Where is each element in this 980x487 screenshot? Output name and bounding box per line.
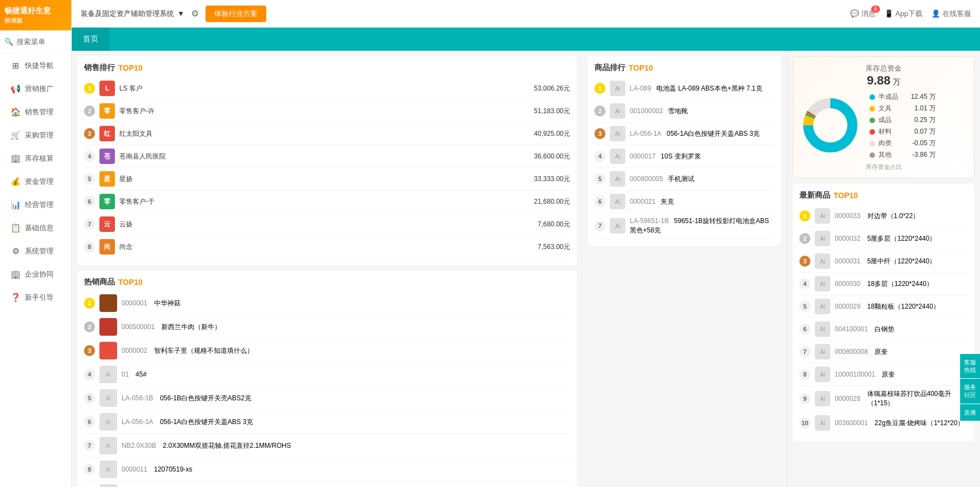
product-rank-item[interactable]: 5 Ai 000800005 手机测试	[594, 168, 774, 190]
sidebar-item-marketing[interactable]: 📢营销推广	[0, 77, 71, 100]
inventory-legend-item: 半成品 12.45 万	[870, 92, 936, 102]
rank-number: 3	[594, 128, 605, 139]
customer-value: 51,183.00元	[534, 107, 570, 116]
panel-left: 销售排行 TOP10 1 L LS 客户 53,006.26元 2 零 零售客户…	[72, 51, 582, 487]
hot-product-name: 2.0X30MM双搓花轴.搓花直径2.1MM/ROHS	[163, 441, 291, 451]
new-product-item[interactable]: 5 Ai 0000029 18颗粒板（1220*2440）	[799, 295, 968, 318]
message-button[interactable]: 💬 消息 6	[850, 9, 876, 19]
sidebar-item-cooperation[interactable]: 🏢企业协同	[0, 263, 71, 286]
customer-rank-item[interactable]: 8 尚 尚念 7,563.00元	[84, 236, 570, 258]
legend-dot	[870, 152, 875, 158]
legend-value: 0.07 万	[914, 127, 936, 136]
new-products-list: 1 Ai 0000033 对边带（1.0*22） 2 Ai 0000032 5厘…	[799, 205, 968, 435]
sidebar-item-sales[interactable]: 🏠销售管理	[0, 100, 71, 124]
inventory-total: 库存总资金 9.88 万	[800, 63, 967, 88]
product-rank-item[interactable]: 4 Ai 0000017 10S 变刹罗浆	[594, 145, 774, 168]
hot-product-item[interactable]: 9 Ai KK-SD22110H 花语萌侣温分腿睡袋（厚款）	[84, 481, 570, 487]
new-product-item[interactable]: 6 Ai 004100001 白钢垫	[799, 318, 968, 341]
new-product-code: 0000033	[835, 212, 861, 220]
donut-chart	[800, 95, 861, 157]
sidebar-item-finance[interactable]: 💰资金管理	[0, 170, 71, 193]
new-product-item[interactable]: 3 Ai 0000031 5厘中纤（1220*2440）	[799, 250, 968, 273]
rank-number: 1	[594, 83, 605, 94]
product-code: LA-056-1A	[630, 130, 661, 137]
new-product-code: 0000028	[835, 395, 861, 403]
new-product-name: 原奎	[874, 347, 888, 357]
hot-product-item[interactable]: 4 Ai 01 45#	[84, 363, 570, 387]
hot-product-item[interactable]: 6 Ai LA-056-1A 056-1A白色按键开关盖ABS 3克	[84, 410, 570, 434]
hot-product-item[interactable]: 2 000500001 新西兰牛肉（新牛）	[84, 315, 570, 339]
sidebar-item-purchase[interactable]: 🛒采购管理	[0, 124, 71, 147]
float-btn-customer-service[interactable]: 客服热线	[960, 354, 980, 379]
tab-home[interactable]: 首页	[72, 28, 109, 51]
hot-products-title: 热销商品 TOP10	[84, 277, 570, 287]
product-code: 0000017	[630, 152, 656, 160]
customer-rank-item[interactable]: 7 云 云扬 7,680.00元	[84, 213, 570, 236]
product-ranking-title: 商品排行 TOP10	[594, 63, 774, 73]
product-ranking-list: 1 Ai LA-089 电池盖 LA-089 ABS本色+黑种 7.1克 2 A…	[594, 77, 774, 239]
product-rank-item[interactable]: 3 Ai LA-056-1A 056-1A白色按键开关盖ABS 3克	[594, 123, 774, 145]
sidebar-item-operations[interactable]: 📊经营管理	[0, 193, 71, 216]
chevron-down-icon: ▼	[177, 9, 185, 18]
hot-product-item[interactable]: 3 0000002 智利车子里（规格不知道填什么）	[84, 339, 570, 363]
new-product-code: 0000032	[835, 235, 861, 242]
sidebar-item-basic-info[interactable]: 📋基础信息	[0, 216, 71, 240]
product-rank-item[interactable]: 1 Ai LA-089 电池盖 LA-089 ABS本色+黑种 7.1克	[594, 77, 774, 100]
inventory-title: 库存总资金	[866, 64, 902, 72]
hot-product-item[interactable]: 7 Ai NB2.0X30B 2.0X30MM双搓花轴.搓花直径2.1MM/RO…	[84, 434, 570, 458]
sidebar-item-inventory[interactable]: 🏢库存核算	[0, 147, 71, 170]
sidebar-item-guide[interactable]: ❓新手引导	[0, 286, 71, 309]
new-product-code: 000800008	[835, 348, 868, 356]
hot-product-name: 12070519-xs	[154, 465, 192, 473]
new-product-item[interactable]: 9 Ai 0000028 体辄嘉枝味苏打饮品400毫升（1*15）	[799, 386, 968, 412]
hot-product-item[interactable]: 8 Ai 0000011 12070519-xs	[84, 458, 570, 481]
search-menu-button[interactable]: 🔍 搜索菜单	[4, 35, 67, 49]
nav-label-finance: 资金管理	[25, 177, 54, 187]
sidebar-item-system[interactable]: ⚙系统管理	[0, 240, 71, 263]
customer-rank-item[interactable]: 4 苍 苍南县人民医院 36,600.00元	[84, 145, 570, 168]
new-product-item[interactable]: 2 Ai 0000032 5厘多层（1220*2440）	[799, 227, 968, 250]
rank-number: 2	[84, 321, 95, 332]
rank-number: 5	[84, 173, 95, 184]
topbar: 装备及固定资产辅助管理系统 ▼ ⚙ 体验行业方案 💬 消息 6 📱 App下载 …	[72, 0, 980, 28]
new-product-item[interactable]: 1 Ai 0000033 对边带（1.0*22）	[799, 205, 968, 227]
new-product-item[interactable]: 4 Ai 0000030 18多层（1220*2440）	[799, 273, 968, 295]
customer-rank-item[interactable]: 2 零 零售客户-许 51,183.00元	[84, 100, 570, 123]
product-rank-item[interactable]: 2 Ai 001000002 雪地靴	[594, 100, 774, 123]
nav-label-operations: 经营管理	[25, 200, 54, 210]
new-product-item[interactable]: 10 Ai 003800001 22g鱼豆腐·烧烤味（1*12*20）	[799, 412, 968, 435]
customer-value: 21,680.00元	[534, 197, 570, 207]
sidebar-item-quick-nav[interactable]: ⊞快捷导航	[0, 54, 71, 77]
customer-rank-item[interactable]: 5 星 星扬 33,333.00元	[84, 168, 570, 190]
product-rank-item[interactable]: 6 Ai 0000021 夹克	[594, 190, 774, 213]
app-download-button[interactable]: 📱 App下载	[884, 9, 923, 19]
nav-icon-finance: 💰	[10, 177, 20, 187]
nav-icon-system: ⚙	[10, 246, 20, 256]
new-product-img: Ai	[815, 253, 830, 269]
system-selector[interactable]: 装备及固定资产辅助管理系统 ▼	[81, 9, 185, 19]
customer-avatar: 尚	[99, 239, 115, 255]
customer-rank-item[interactable]: 6 零 零售客户-于 21,680.00元	[84, 190, 570, 213]
panel-right: 库存总资金 9.88 万	[787, 51, 980, 487]
new-product-item[interactable]: 7 Ai 000800008 原奎	[799, 341, 968, 363]
product-img-placeholder: Ai	[610, 194, 625, 209]
hot-product-item[interactable]: 5 Ai LA-056-1B 056-1B白色按键开关壳ABS2克	[84, 387, 570, 410]
hot-product-code: 01	[122, 370, 129, 378]
new-product-item[interactable]: 8 Ai 10000100001 原奎	[799, 363, 968, 386]
customer-rank-item[interactable]: 1 L LS 客户 53,006.26元	[84, 77, 570, 100]
gear-icon[interactable]: ⚙	[191, 8, 199, 19]
online-service-button[interactable]: 👤 在线客服	[931, 9, 971, 19]
product-rank-item[interactable]: 7 Ai LA-59651-1B 59651-1B旋转投影灯电池盒ABS黑色+5…	[594, 213, 774, 239]
float-btn-direct[interactable]: 直播	[960, 404, 980, 421]
product-code: LA-59651-1B	[630, 217, 669, 225]
new-product-img: Ai	[815, 344, 830, 359]
hot-product-item[interactable]: 1 0000001 中华神菇	[84, 292, 570, 315]
hot-product-img-placeholder: Ai	[99, 389, 117, 407]
message-badge: 6	[871, 6, 880, 13]
trial-button[interactable]: 体验行业方案	[206, 6, 266, 22]
customer-value: 36,600.00元	[534, 152, 570, 161]
customer-rank-item[interactable]: 3 红 红太阳文具 40,925.00元	[84, 123, 570, 145]
hot-product-name: 45#	[135, 370, 146, 378]
float-btn-service-community[interactable]: 服务社区	[960, 379, 980, 404]
hot-product-name: 智利车子里（规格不知道填什么）	[154, 346, 254, 356]
